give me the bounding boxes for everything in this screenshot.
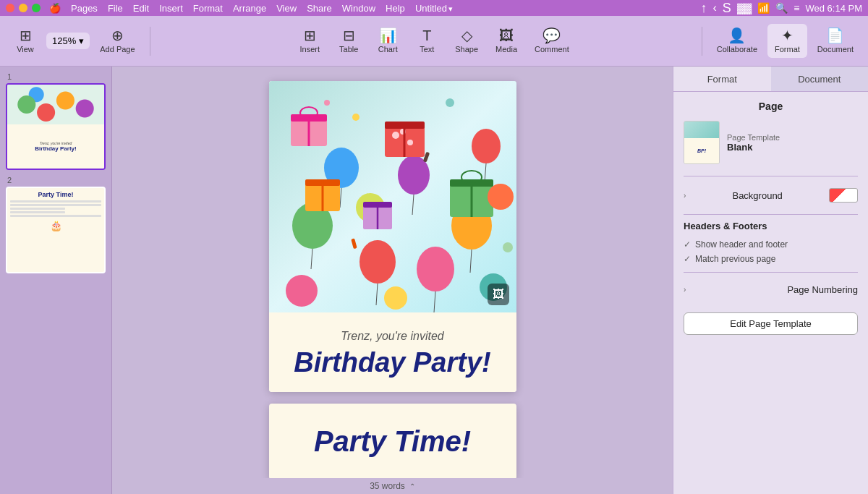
menu-pages[interactable]: Pages	[71, 3, 98, 14]
table-button[interactable]: ⊟ Table	[331, 24, 367, 58]
check-icon-1: ✓	[684, 239, 691, 250]
svg-point-39	[324, 100, 330, 106]
menu-edit[interactable]: Edit	[133, 3, 149, 14]
thumb-party-title: Birthday Party!	[35, 145, 76, 152]
template-preview: BP! Page Template Blank	[684, 121, 858, 164]
page-numbering-chevron-icon: ›	[684, 286, 686, 294]
menu-format[interactable]: Format	[193, 3, 223, 14]
text-icon: T	[422, 28, 431, 43]
toolbar-left: ⊞ View 125% ▾ ⊕ Add Page	[7, 24, 155, 58]
background-color-swatch[interactable]	[829, 188, 858, 203]
zoom-chevron-icon: ▾	[79, 35, 84, 46]
word-count: 35 words ⌃	[370, 481, 415, 491]
svg-point-3	[359, 240, 396, 284]
headers-section: Headers & Footers ✓ Show header and foot…	[684, 221, 858, 266]
menu-window[interactable]: Window	[342, 3, 375, 14]
background-chevron-icon: ›	[684, 192, 686, 200]
panel-title: Page	[684, 101, 858, 112]
background-label: Background	[732, 190, 782, 201]
thumb-balloons-decoration	[7, 85, 104, 124]
menu-file[interactable]: File	[108, 3, 123, 14]
page-card-2[interactable]: Party Time!	[269, 404, 516, 480]
media-button[interactable]: 🖼 Media	[488, 24, 524, 58]
show-header-row[interactable]: ✓ Show header and footer	[684, 237, 858, 252]
chart-button[interactable]: 📊 Chart	[370, 24, 406, 58]
fullscreen-button[interactable]	[32, 4, 41, 12]
comment-icon: 💬	[542, 28, 561, 43]
svg-point-34	[286, 275, 318, 307]
page-photo-area: 🖼	[269, 81, 516, 312]
thumb-line-1	[10, 200, 101, 203]
datetime: Wed 6:14 PM	[805, 3, 862, 14]
divider-3	[684, 272, 858, 273]
image-edit-button[interactable]: 🖼	[488, 284, 509, 305]
menu-insert[interactable]: Insert	[159, 3, 183, 14]
background-row[interactable]: › Background	[684, 182, 858, 208]
toolbar: ⊞ View 125% ▾ ⊕ Add Page ⊞ Insert ⊟ Tabl…	[0, 16, 868, 67]
status-bar: 35 words ⌃	[112, 478, 673, 494]
view-icon: ⊞	[20, 28, 32, 43]
zoom-control[interactable]: 125% ▾	[46, 33, 90, 49]
traffic-lights	[6, 4, 41, 12]
collaborate-icon: 👤	[728, 28, 746, 43]
separator-2	[702, 27, 702, 56]
format-button[interactable]: ✦ Format	[767, 24, 807, 58]
party-time-title: Party Time!	[286, 425, 499, 458]
search-icon[interactable]: 🔍	[775, 2, 788, 14]
document-button[interactable]: 📄 Document	[810, 24, 861, 58]
thumb-text-1: Trenz, you're invited Birthday Party!	[7, 124, 104, 169]
view-button[interactable]: ⊞ View	[7, 24, 43, 58]
match-previous-label: Match previous page	[695, 254, 775, 264]
tab-format[interactable]: Format	[673, 67, 771, 91]
shape-button[interactable]: ◇ Shape	[448, 24, 485, 58]
menu-arrange[interactable]: Arrange	[233, 3, 266, 14]
insert-icon: ⊞	[304, 28, 316, 43]
menu-view[interactable]: View	[276, 3, 297, 14]
minimize-button[interactable]	[19, 4, 27, 12]
template-info: Page Template Blank	[727, 133, 858, 153]
sidebar: 1 Trenz, you're invited Birthday Party! …	[0, 67, 112, 494]
show-header-label: Show header and footer	[695, 239, 788, 250]
control-center-icon[interactable]: ≡	[793, 2, 799, 14]
image-edit-icon: 🖼	[493, 288, 504, 301]
close-button[interactable]	[6, 4, 14, 12]
battery-icon: ▓▓	[737, 2, 752, 14]
template-thumbnail: BP!	[684, 121, 720, 164]
toolbar-center: ⊞ Insert ⊟ Table 📊 Chart T Text ◇ Shape …	[292, 24, 576, 58]
thumb-frame-2[interactable]: Party Time! 🎂	[6, 187, 106, 273]
page-thumbnail-1[interactable]: 1 Trenz, you're invited Birthday Party!	[6, 72, 106, 170]
collaborate-button[interactable]: 👤 Collaborate	[710, 24, 765, 58]
media-icon: 🖼	[499, 28, 514, 43]
right-panel: Format Document Page BP! Page Template B…	[673, 67, 868, 494]
panel-section: Page BP! Page Template Blank › Backgroun…	[673, 92, 868, 344]
svg-point-33	[488, 184, 514, 210]
skype-icon: S	[723, 1, 731, 16]
back-icon: ‹	[713, 1, 717, 14]
shape-icon: ◇	[461, 28, 472, 43]
document-icon: 📄	[826, 28, 844, 43]
thumb-frame-1[interactable]: Trenz, you're invited Birthday Party!	[6, 83, 106, 170]
toolbar-right: 👤 Collaborate ✦ Format 📄 Document	[697, 24, 861, 58]
page-card-1[interactable]: 🖼 Trenz, you're invited Birthday Party!	[269, 81, 516, 392]
zoom-value: 125%	[52, 35, 76, 46]
thumb-line-4	[10, 211, 65, 213]
match-previous-row[interactable]: ✓ Match previous page	[684, 252, 858, 266]
thumb-page2-content: Party Time! 🎂	[7, 188, 104, 272]
format-icon: ✦	[781, 28, 793, 43]
menu-help[interactable]: Help	[386, 3, 405, 14]
insert-button[interactable]: ⊞ Insert	[292, 24, 328, 58]
thumb-line-3	[10, 208, 65, 210]
tab-document[interactable]: Document	[771, 67, 869, 91]
chart-icon: 📊	[379, 28, 397, 43]
add-page-button[interactable]: ⊕ Add Page	[93, 24, 142, 58]
panel-tabs: Format Document	[673, 67, 868, 92]
text-button[interactable]: T Text	[409, 24, 445, 58]
comment-button[interactable]: 💬 Comment	[527, 24, 576, 58]
svg-point-13	[472, 129, 501, 163]
menu-apple[interactable]: 🍎	[49, 3, 61, 14]
page-thumbnail-2[interactable]: 2 Party Time! 🎂	[6, 176, 106, 273]
menu-share[interactable]: Share	[307, 3, 332, 14]
page-numbering-row[interactable]: › Page Numbering	[684, 278, 858, 301]
page-number-2: 2	[6, 176, 106, 184]
edit-template-button[interactable]: Edit Page Template	[684, 312, 858, 335]
